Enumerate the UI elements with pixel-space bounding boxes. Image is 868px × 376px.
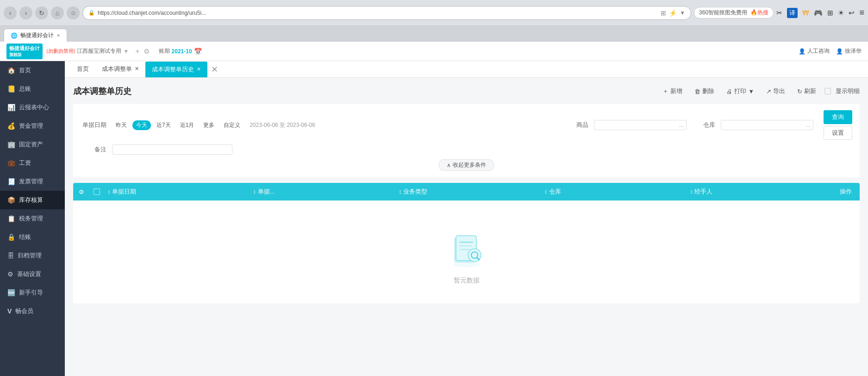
query-button[interactable]: 查询 (824, 110, 852, 124)
show-detail-checkbox[interactable] (824, 88, 831, 94)
company-selector[interactable]: (勿删勿禁用) 江西服宝测试专用 ▼ (46, 47, 129, 55)
app-body: 🏠 首页 📒 总账 📊 云报表中心 💰 资金管理 🏢 固定资产 💼 工资 (0, 61, 868, 376)
th-actions: 操作 (832, 188, 860, 196)
user-name: 徐泽华 (845, 47, 862, 55)
warehouse-select[interactable] (721, 120, 813, 130)
service-label: 人工咨询 (807, 47, 830, 55)
tab-home[interactable]: 首页 (70, 61, 95, 78)
empty-text: 暂元数据 (454, 276, 480, 285)
filter-area: 单据日期 昨天 今天 近7天 近1月 更多 自定义 2023-06-06 至 2… (73, 104, 860, 177)
th-warehouse[interactable]: ↕ 仓库 (541, 188, 687, 196)
warning-text: (勿删勿禁用) (46, 48, 75, 55)
refresh-button[interactable]: ↻ 刷新 (793, 85, 820, 97)
sidebar-item-home[interactable]: 🏠 首页 (0, 61, 65, 80)
tab-close-icon[interactable]: ✕ (56, 33, 60, 38)
page-header: 成本调整单历史 ＋ 新增 🗑 删除 🖨 打印 ▼ (73, 85, 860, 97)
sidebar-label-tax: 税务管理 (19, 214, 43, 223)
dropdown-icon[interactable]: ▼ (680, 10, 685, 16)
active-browser-tab[interactable]: 🌐 畅捷通好会计 ✕ (4, 29, 67, 42)
sun-icon[interactable]: ☀ (838, 9, 844, 17)
sidebar-item-invoice[interactable]: 🧾 发票管理 (0, 172, 65, 191)
tab-cost-adjust-history-close[interactable]: ✕ (197, 66, 201, 72)
th-number[interactable]: ↕ 单据... (250, 188, 395, 196)
refresh-button[interactable]: ↻ (35, 6, 48, 19)
th-gear-icon[interactable]: ⚙ (73, 188, 90, 195)
scissors-icon[interactable]: ✂ (776, 9, 782, 17)
th-handler-label: ↕ 经手人 (690, 188, 712, 196)
print-button[interactable]: 🖨 打印 ▼ (723, 85, 758, 97)
lock-icon: 🔒 (88, 10, 95, 16)
reports-icon: 📊 (7, 104, 15, 111)
grid-apps-icon[interactable]: ⊞ (827, 9, 833, 17)
tab-cost-adjust-close[interactable]: ✕ (135, 66, 139, 72)
sidebar-item-funds[interactable]: 💰 资金管理 (0, 117, 65, 135)
page-title: 成本调整单历史 (73, 86, 131, 97)
print-dropdown-icon[interactable]: ▼ (748, 88, 754, 95)
vip-icon: V (7, 307, 12, 315)
sidebar-item-fixed-assets[interactable]: 🏢 固定资产 (0, 135, 65, 154)
company-name: 江西服宝测试专用 (77, 47, 121, 55)
back-button[interactable]: ‹ (4, 6, 17, 19)
settings-icon[interactable]: ⚙ (144, 47, 150, 56)
tab-area-close-btn[interactable]: ✕ (211, 64, 218, 75)
sidebar-item-tax[interactable]: 📋 税务管理 (0, 209, 65, 228)
url-bar[interactable]: 🔒 https://cloud.chanjet.com/accounting/u… (82, 6, 691, 20)
app-header: 畅捷通好会计 旗舰版 (勿删勿禁用) 江西服宝测试专用 ▼ + ⚙ 账期 202… (0, 42, 868, 61)
print-icon: 🖨 (726, 88, 732, 95)
sidebar-item-salary[interactable]: 💼 工资 (0, 154, 65, 172)
period-label: 账期 (159, 47, 170, 55)
service-btn[interactable]: 👤 人工咨询 (799, 47, 830, 55)
date-btn-today[interactable]: 今天 (132, 120, 151, 130)
date-btn-custom[interactable]: 自定义 (220, 120, 244, 130)
tax-icon: 📋 (7, 215, 15, 222)
menu-icon[interactable]: ≡ (859, 8, 864, 18)
delete-button[interactable]: 🗑 删除 (691, 85, 718, 97)
sidebar-item-archive[interactable]: 🗄 归档管理 (0, 246, 65, 265)
sidebar-item-closing[interactable]: 🔒 结账 (0, 228, 65, 246)
page-actions: ＋ 新增 🗑 删除 🖨 打印 ▼ ↗ (659, 85, 860, 97)
warehouse-select-wrap[interactable] (721, 120, 813, 130)
settings-button[interactable]: 设置 (824, 126, 852, 140)
th-handler[interactable]: ↕ 经手人 (686, 188, 832, 196)
sidebar-item-vip[interactable]: V 畅会员 (0, 302, 65, 320)
search-label: 360智能抠图免费用 (699, 9, 747, 16)
refresh-icon: ↻ (797, 88, 802, 95)
star-button[interactable]: ☆ (67, 6, 80, 19)
tab-cost-adjust-history[interactable]: 成本调整单历史 ✕ (145, 62, 207, 77)
sidebar-item-inventory[interactable]: 📦 库存核算 (0, 191, 65, 209)
export-button[interactable]: ↗ 导出 (762, 85, 789, 97)
sidebar-item-reports[interactable]: 📊 云报表中心 (0, 98, 65, 117)
add-button[interactable]: ＋ 新增 (659, 85, 686, 97)
date-btn-yesterday[interactable]: 昨天 (112, 120, 131, 130)
page-content: 成本调整单历史 ＋ 新增 🗑 删除 🖨 打印 ▼ (65, 78, 868, 376)
th-business-type-label: ↕ 业务类型 (399, 188, 427, 196)
product-select[interactable] (594, 120, 687, 130)
company-dropdown-icon[interactable]: ▼ (123, 48, 129, 55)
home-button[interactable]: ⌂ (51, 6, 64, 19)
filter-date-row: 单据日期 昨天 今天 近7天 近1月 更多 自定义 2023-06-06 至 2… (81, 110, 852, 140)
product-select-wrap[interactable] (594, 120, 687, 130)
remark-input[interactable] (112, 144, 232, 155)
sidebar-item-basic-settings[interactable]: ⚙ 基础设置 (0, 265, 65, 283)
date-btn-1month[interactable]: 近1月 (176, 120, 198, 130)
th-checkbox[interactable] (90, 188, 104, 195)
tab-cost-adjust[interactable]: 成本调整单 ✕ (95, 61, 145, 78)
select-all-checkbox[interactable] (94, 188, 100, 195)
undo-icon[interactable]: ↩ (849, 9, 855, 17)
forward-button[interactable]: › (19, 6, 32, 19)
date-btn-7days[interactable]: 近7天 (153, 120, 175, 130)
search-bar[interactable]: 360智能抠图免费用 🔥热搜 (694, 7, 774, 19)
game-icon[interactable]: 🎮 (814, 9, 823, 17)
period-selector[interactable]: 账期 2021-10 📅 (159, 47, 202, 55)
wallet-icon[interactable]: ₩ (802, 9, 809, 17)
user-btn[interactable]: 👤 徐泽华 (836, 47, 862, 55)
sidebar-item-guide[interactable]: 🆕 新手引导 (0, 283, 65, 302)
date-btn-more[interactable]: 更多 (200, 120, 218, 130)
th-date[interactable]: ↕ 单据日期 (104, 188, 250, 196)
th-business-type[interactable]: ↕ 业务类型 (395, 188, 541, 196)
collapse-button[interactable]: ∧ 收起更多条件 (439, 159, 494, 171)
empty-state: 暂元数据 (73, 201, 860, 303)
translate-icon[interactable]: 译 (787, 8, 798, 18)
sidebar-item-ledger[interactable]: 📒 总账 (0, 80, 65, 98)
add-icon[interactable]: + (135, 47, 139, 56)
